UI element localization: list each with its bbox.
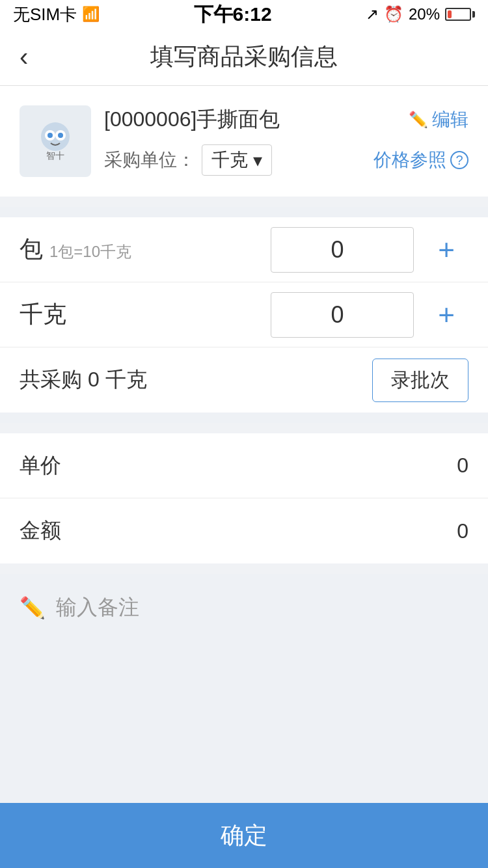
unit-select[interactable]: 千克 ▾ (202, 144, 272, 176)
carrier-text: 无SIM卡 (13, 3, 77, 26)
unit-price-label: 单价 (20, 452, 61, 480)
status-bar: 无SIM卡 📶 下午6:12 ↗ ⏰ 20% (0, 0, 488, 29)
bag-label: 包 (20, 234, 43, 265)
purchase-unit-row: 采购单位： 千克 ▾ 价格参照 ? (104, 144, 468, 176)
edit-icon: ✏️ (409, 111, 428, 129)
back-button[interactable]: ‹ (20, 42, 41, 72)
product-name-row: [0000006]手撕面包 ✏️ 编辑 (104, 105, 468, 134)
purchase-unit-label: 采购单位： (104, 148, 195, 172)
bag-input-row: 包 1包=10千克 + (0, 217, 488, 282)
edit-button[interactable]: ✏️ 编辑 (409, 107, 468, 132)
status-time: 下午6:12 (194, 1, 272, 28)
content-area (0, 642, 488, 824)
pencil-icon: ✏️ (20, 595, 46, 620)
svg-point-3 (47, 133, 53, 138)
amount-row: 金额 0 (0, 498, 488, 563)
note-placeholder: 输入备注 (56, 593, 139, 622)
price-section: 单价 0 金额 0 (0, 433, 488, 563)
question-icon: ? (450, 151, 468, 169)
bag-input[interactable] (271, 227, 414, 273)
bag-label-group: 包 1包=10千克 (20, 234, 137, 265)
unit-price-row: 单价 0 (0, 433, 488, 498)
alarm-icon: ⏰ (384, 5, 403, 23)
wifi-icon: 📶 (82, 6, 100, 23)
svg-text:智十: 智十 (46, 150, 64, 161)
bag-sub-label: 1包=10千克 (49, 241, 131, 262)
section-divider-2 (0, 413, 488, 423)
battery-body (445, 8, 471, 21)
summary-text: 共采购 0 千克 (20, 366, 147, 394)
price-ref-button[interactable]: 价格参照 ? (373, 148, 468, 172)
location-icon: ↗ (366, 5, 379, 23)
unit-selector-group: 采购单位： 千克 ▾ (104, 144, 272, 176)
kg-plus-button[interactable]: + (424, 293, 468, 337)
batch-button[interactable]: 录批次 (372, 359, 468, 402)
confirm-button[interactable]: 确定 (0, 803, 488, 868)
battery-tip (472, 11, 475, 18)
svg-point-4 (58, 133, 63, 138)
kg-label: 千克 (20, 299, 66, 331)
nav-title: 填写商品采购信息 (150, 41, 338, 73)
battery-percent: 20% (409, 5, 440, 23)
amount-label: 金额 (20, 517, 61, 545)
note-section[interactable]: ✏️ 输入备注 (0, 574, 488, 642)
kg-input[interactable] (271, 292, 414, 338)
status-right: ↗ ⏰ 20% (366, 5, 475, 23)
kg-input-row: 千克 + (0, 282, 488, 347)
summary-row: 共采购 0 千克 录批次 (0, 347, 488, 413)
kg-input-wrap: + (137, 292, 468, 338)
amount-value: 0 (457, 519, 468, 543)
bag-input-wrap: + (137, 227, 468, 273)
nav-bar: ‹ 填写商品采购信息 (0, 29, 488, 86)
battery-fill (448, 10, 452, 18)
kg-label-group: 千克 (20, 299, 137, 331)
product-logo: 智十 (33, 118, 78, 164)
battery-indicator (445, 8, 475, 21)
chevron-down-icon: ▾ (253, 150, 262, 171)
product-card: 智十 [0000006]手撕面包 ✏️ 编辑 采购单位： 千克 ▾ (0, 86, 488, 197)
product-info: [0000006]手撕面包 ✏️ 编辑 采购单位： 千克 ▾ 价格参照 (104, 105, 468, 176)
product-thumbnail: 智十 (20, 105, 91, 177)
status-left: 无SIM卡 📶 (13, 3, 100, 26)
product-name: [0000006]手撕面包 (104, 105, 280, 134)
unit-price-value: 0 (457, 454, 468, 478)
bag-plus-button[interactable]: + (424, 228, 468, 272)
section-divider-1 (0, 207, 488, 217)
input-section: 包 1包=10千克 + 千克 + (0, 217, 488, 347)
